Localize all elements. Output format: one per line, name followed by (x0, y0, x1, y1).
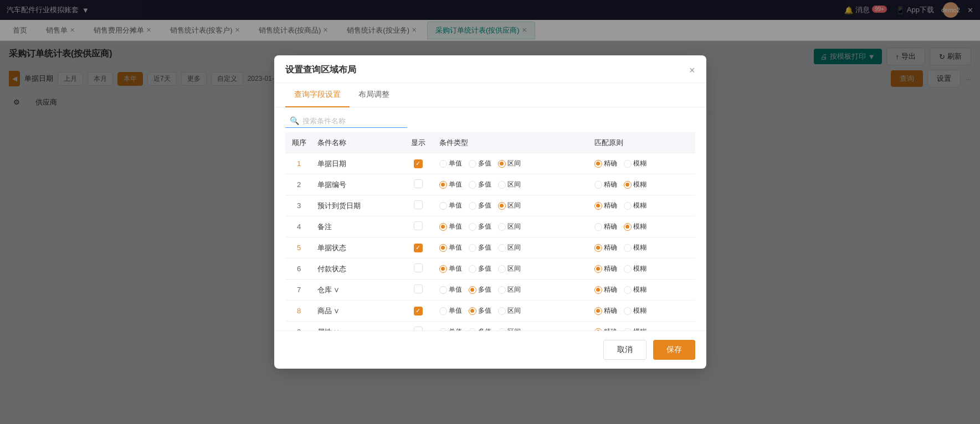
row4-exact-radio[interactable]: 精确 (594, 222, 617, 231)
row6-name: 付款状态 (313, 261, 402, 277)
row1-exact-radio[interactable]: 精确 (594, 159, 617, 168)
row6-single-radio[interactable]: 单值 (439, 264, 462, 273)
search-input[interactable] (302, 117, 402, 125)
row5-single-radio[interactable]: 单值 (439, 243, 462, 252)
row2-display-checkbox[interactable] (414, 179, 423, 188)
row4-match-rule: 精确 模糊 (590, 219, 701, 235)
row9-condition-type: 单值 多值 区间 (435, 324, 590, 330)
row5-multi-radio[interactable]: 多值 (469, 243, 491, 252)
row8-multi-radio[interactable]: 多值 (469, 306, 491, 316)
col-match-rule: 匹配原则 (590, 135, 701, 151)
row7-display[interactable] (402, 281, 435, 298)
row5-condition-type: 单值 多值 区间 (435, 240, 590, 256)
table-row: 2 单据编号 单值 多值 (285, 174, 695, 195)
row3-name: 预计到货日期 (313, 198, 402, 214)
row5-display-checkbox[interactable] (414, 244, 423, 252)
row1-fuzzy-radio[interactable]: 模糊 (624, 159, 647, 168)
row7-multi-radio[interactable]: 多值 (469, 285, 491, 294)
row3-display[interactable] (402, 197, 435, 214)
row9-display[interactable] (402, 323, 435, 330)
row4-fuzzy-radio[interactable]: 模糊 (624, 222, 647, 231)
row6-range-radio[interactable]: 区间 (498, 264, 521, 273)
dialog-close-button[interactable]: × (689, 65, 695, 75)
row8-display-checkbox[interactable] (414, 307, 423, 316)
row6-exact-radio[interactable]: 精确 (594, 264, 617, 273)
tab-query-fields[interactable]: 查询字段设置 (285, 83, 350, 107)
row4-multi-radio[interactable]: 多值 (469, 222, 491, 231)
row2-range-radio[interactable]: 区间 (498, 180, 521, 189)
row6-display-checkbox[interactable] (414, 263, 423, 272)
row3-exact-circle (594, 202, 602, 210)
row3-multi-radio[interactable]: 多值 (469, 201, 491, 210)
row1-order: 1 (285, 156, 313, 171)
row9-name: 属性 ∨ (313, 324, 402, 331)
row8-fuzzy-radio[interactable]: 模糊 (624, 306, 647, 316)
row1-multi-radio[interactable]: 多值 (469, 159, 491, 168)
row7-display-checkbox[interactable] (414, 285, 423, 293)
row9-display-checkbox[interactable] (414, 327, 423, 330)
row3-display-checkbox[interactable] (414, 200, 423, 209)
row7-exact-radio[interactable]: 精确 (594, 285, 617, 294)
row7-single-radio[interactable]: 单值 (439, 285, 462, 294)
row3-single-radio[interactable]: 单值 (439, 201, 462, 210)
dialog-search-area: 🔍 (274, 107, 706, 132)
row6-display[interactable] (402, 260, 435, 277)
dialog-footer: 取消 保存 (274, 330, 706, 369)
row3-fuzzy-radio[interactable]: 模糊 (624, 201, 647, 210)
row6-fuzzy-radio[interactable]: 模糊 (624, 264, 647, 273)
row8-exact-circle (594, 307, 602, 315)
row2-exact-radio[interactable]: 精确 (594, 180, 617, 189)
row4-display-checkbox[interactable] (414, 221, 423, 230)
row2-multi-radio[interactable]: 多值 (469, 180, 491, 189)
table-row: 8 商品 ∨ 单值 多值 (285, 301, 695, 322)
tab-layout-adjust[interactable]: 布局调整 (350, 83, 398, 107)
row6-multi-radio[interactable]: 多值 (469, 264, 491, 273)
row7-range-radio[interactable]: 区间 (498, 285, 521, 294)
row5-exact-radio[interactable]: 精确 (594, 243, 617, 252)
row4-name: 备注 (313, 219, 402, 235)
row8-name: 商品 ∨ (313, 303, 402, 319)
dialog-table-header-area: 顺序 条件名称 显示 条件类型 匹配原则 (274, 132, 706, 153)
row8-range-radio[interactable]: 区间 (498, 306, 521, 316)
row2-name: 单据编号 (313, 177, 402, 193)
row4-display[interactable] (402, 218, 435, 235)
row3-range-circle (498, 202, 506, 210)
row1-display[interactable] (402, 156, 435, 172)
save-button[interactable]: 保存 (653, 340, 695, 360)
row3-exact-radio[interactable]: 精确 (594, 201, 617, 210)
row1-range-radio[interactable]: 区间 (498, 159, 521, 168)
row7-match-rule: 精确 模糊 (590, 282, 701, 298)
row5-exact-circle (594, 244, 602, 252)
dialog-header: 设置查询区域布局 × (274, 55, 706, 83)
row5-display[interactable] (402, 240, 435, 256)
col-condition-type: 条件类型 (435, 135, 590, 151)
row2-single-radio[interactable]: 单值 (439, 180, 462, 189)
row1-single-radio[interactable]: 单值 (439, 159, 462, 168)
row7-multi-circle (469, 286, 476, 294)
search-box[interactable]: 🔍 (285, 114, 407, 128)
row2-fuzzy-radio[interactable]: 模糊 (624, 180, 647, 189)
row3-range-radio[interactable]: 区间 (498, 201, 521, 210)
row4-single-radio[interactable]: 单值 (439, 222, 462, 231)
row2-exact-circle (594, 181, 602, 189)
row3-single-circle (439, 202, 447, 210)
row9-order: 9 (285, 324, 313, 330)
row5-range-radio[interactable]: 区间 (498, 243, 521, 252)
row8-display[interactable] (402, 303, 435, 319)
cancel-button[interactable]: 取消 (603, 340, 647, 360)
row4-range-radio[interactable]: 区间 (498, 222, 521, 231)
modal-overlay: 设置查询区域布局 × 查询字段设置 布局调整 🔍 顺序 条件名称 显示 (0, 0, 980, 424)
row2-display[interactable] (402, 176, 435, 193)
row2-fuzzy-circle (624, 181, 632, 189)
row1-name: 单据日期 (313, 156, 402, 172)
row8-exact-radio[interactable]: 精确 (594, 306, 617, 316)
row8-condition-type: 单值 多值 区间 (435, 303, 590, 319)
col-order: 顺序 (285, 135, 313, 151)
row4-single-circle (439, 223, 447, 231)
row7-fuzzy-radio[interactable]: 模糊 (624, 285, 647, 294)
row5-fuzzy-radio[interactable]: 模糊 (624, 243, 647, 252)
row1-display-checkbox[interactable] (414, 159, 423, 168)
row7-range-circle (498, 286, 506, 294)
row8-single-radio[interactable]: 单值 (439, 306, 462, 316)
row4-order: 4 (285, 219, 313, 234)
